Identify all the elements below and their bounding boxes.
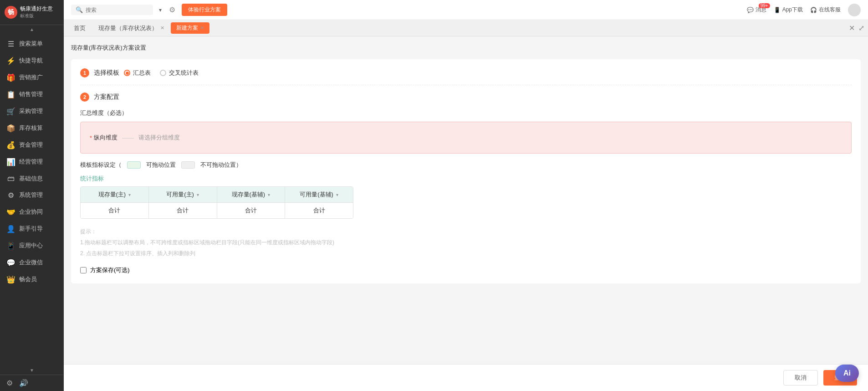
nav-icon-quick-nav: ⚡ — [6, 57, 15, 65]
tab-inventory-label: 现存量（库存状况表） — [98, 24, 158, 32]
stats-row-col-1: 合计 — [149, 203, 217, 218]
stats-table-header: 现存量(主)▾可用量(主)▾现存量(基辅)▾可用量(基辅)▾ — [81, 187, 353, 202]
nav-label-finance: 资金管理 — [19, 141, 43, 149]
stats-header-col-0[interactable]: 现存量(主)▾ — [81, 187, 149, 202]
messages-badge[interactable]: 💬 消息 99+ — [747, 6, 766, 14]
radio-cross[interactable]: 交叉统计表 — [160, 69, 199, 77]
app-download-badge[interactable]: 📱 App下载 — [774, 6, 803, 14]
nav-icon-basic-info: 🗃 — [6, 175, 15, 183]
content-area: 现存量(库存状况表)方案设置 1 选择模板 汇总表交叉统计表 2 方案配置 汇总… — [64, 36, 868, 364]
nav-icon-newbie: 👤 — [6, 225, 15, 233]
tab-home[interactable]: 首页 — [67, 21, 92, 35]
nav-label-marketing: 营销推广 — [19, 73, 43, 82]
tab-inventory-status[interactable]: 现存量（库存状况表） ✕ — [92, 21, 171, 35]
radio-summary[interactable]: 汇总表 — [124, 69, 151, 77]
search-input[interactable] — [86, 7, 148, 13]
sidebar-item-inventory[interactable]: 📦库存核算 — [0, 120, 64, 137]
save-label: 方案保存(可选) — [90, 266, 130, 274]
volume-icon[interactable]: 🔊 — [19, 379, 28, 387]
tip-0: 1.拖动标题栏可以调整布局，不可跨维度或指标区域拖动栏目字段(只能在同一维度或指… — [80, 237, 852, 248]
nav-label-basic-info: 基础信息 — [19, 175, 43, 183]
sidebar-item-basic-info[interactable]: 🗃基础信息 — [0, 170, 64, 187]
stats-row-col-0: 合计 — [81, 203, 149, 218]
sidebar-item-wechat[interactable]: 💬企业微信 — [0, 254, 64, 271]
sidebar-item-purchase[interactable]: 🛒采购管理 — [0, 103, 64, 120]
online-service-badge[interactable]: 🎧 在线客服 — [810, 6, 841, 14]
topbar-right: 💬 消息 99+ 📱 App下载 🎧 在线客服 — [747, 4, 861, 16]
sidebar-item-newbie[interactable]: 👤新手引导 — [0, 221, 64, 237]
topbar: 🔍 ▾ ⚙ 体验行业方案 💬 消息 99+ 📱 App下载 🎧 在线客服 — [64, 0, 868, 20]
topbar-search-box[interactable]: 🔍 — [71, 5, 153, 15]
sidebar-item-cooperation[interactable]: 🤝企业协同 — [0, 204, 64, 221]
sidebar-item-finance[interactable]: 💰资金管理 — [0, 137, 64, 154]
sidebar-item-marketing[interactable]: 🎁营销推广 — [0, 69, 64, 86]
nav-icon-purchase: 🛒 — [6, 107, 15, 116]
sidebar-scroll-down[interactable]: ▼ — [0, 366, 64, 375]
stats-table: 现存量(主)▾可用量(主)▾现存量(基辅)▾可用量(基辅)▾ 合计合计合计合计 — [80, 186, 353, 219]
stats-row-col-3: 合计 — [285, 203, 353, 218]
user-avatar[interactable] — [848, 4, 861, 16]
sidebar-item-quick-nav[interactable]: ⚡快捷导航 — [0, 52, 64, 69]
tips-title: 提示： — [80, 226, 852, 237]
gear-icon[interactable]: ⚙ — [169, 5, 175, 14]
sidebar-item-app-center[interactable]: 📱应用中心 — [0, 237, 64, 254]
nav-icon-search-menu: ☰ — [6, 40, 15, 48]
section1-header: 1 选择模板 汇总表交叉统计表 — [80, 68, 852, 77]
nav-icon-sales: 📋 — [6, 90, 15, 99]
section2-header: 2 方案配置 — [80, 93, 852, 102]
settings-icon[interactable]: ⚙ — [6, 379, 13, 387]
tab-inventory-close-icon[interactable]: ✕ — [160, 25, 164, 31]
topbar-dropdown[interactable]: ▾ — [158, 7, 162, 13]
settings-card: 1 选择模板 汇总表交叉统计表 2 方案配置 汇总维度（必选） * 纵向维度 —… — [71, 59, 861, 283]
main-area: 🔍 ▾ ⚙ 体验行业方案 💬 消息 99+ 📱 App下载 🎧 在线客服 — [64, 0, 868, 391]
nav-label-sales: 销售管理 — [19, 90, 43, 98]
radio-circle-cross — [160, 70, 166, 76]
cancel-button[interactable]: 取消 — [783, 370, 818, 386]
radio-label-cross: 交叉统计表 — [169, 69, 199, 77]
expand-btn[interactable]: ⤢ — [858, 24, 864, 32]
section2-num: 2 — [80, 93, 89, 102]
fixed-indicator — [181, 161, 195, 169]
stats-header-col-1[interactable]: 可用量(主)▾ — [149, 187, 217, 202]
nav-label-search-menu: 搜索菜单 — [19, 40, 43, 48]
nav-label-member: 畅会员 — [19, 275, 37, 283]
nav-icon-cooperation: 🤝 — [6, 208, 15, 216]
headset-icon: 🎧 — [810, 7, 817, 13]
section2-title: 方案配置 — [94, 93, 119, 101]
indicator-label: 模板指标设定（ — [80, 161, 122, 169]
tab-bar: 首页 现存量（库存状况表） ✕ 新建方案 ✕ ✕ ⤢ — [64, 20, 868, 36]
col-arrow-3[interactable]: ▾ — [336, 192, 338, 197]
nav-label-inventory: 库存核算 — [19, 124, 43, 132]
save-checkbox[interactable] — [80, 267, 87, 273]
dimension-area[interactable]: * 纵向维度 —— 请选择分组维度 — [80, 122, 852, 154]
col-arrow-1[interactable]: ▾ — [197, 192, 199, 197]
ai-button[interactable]: Ai — [835, 365, 859, 382]
nav-icon-marketing: 🎁 — [6, 73, 15, 82]
sidebar-scroll-up[interactable]: ▲ — [0, 25, 64, 34]
sidebar-item-system[interactable]: ⚙系统管理 — [0, 187, 64, 204]
online-service-label: 在线客服 — [819, 6, 841, 14]
sidebar-item-search-menu[interactable]: ☰搜索菜单 — [0, 36, 64, 52]
messages-count: 99+ — [759, 3, 770, 8]
indicator-row: 模板指标设定（ 可拖动位置 不可拖动位置） — [80, 161, 852, 169]
close-btn[interactable]: ✕ — [849, 24, 855, 32]
sidebar-item-sales[interactable]: 📋销售管理 — [0, 86, 64, 103]
app-logo-icon: 畅 — [5, 6, 17, 19]
col-arrow-2[interactable]: ▾ — [268, 192, 270, 197]
stats-header-col-2[interactable]: 现存量(基辅)▾ — [217, 187, 286, 202]
sidebar-item-member[interactable]: 👑畅会员 — [0, 271, 64, 288]
stats-header-col-3[interactable]: 可用量(基辅)▾ — [285, 187, 353, 202]
tab-new-close-icon[interactable]: ✕ — [200, 25, 204, 31]
sidebar-item-operation[interactable]: 📊经营管理 — [0, 154, 64, 170]
nav-icon-finance: 💰 — [6, 141, 15, 149]
movable-label: 可拖动位置 — [146, 161, 176, 169]
nav-label-operation: 经营管理 — [19, 158, 43, 166]
page-title: 现存量(库存状况表)方案设置 — [71, 44, 861, 52]
radio-circle-summary — [124, 70, 130, 76]
nav-label-wechat: 企业微信 — [19, 258, 43, 267]
tab-new-plan[interactable]: 新建方案 ✕ — [171, 22, 209, 34]
template-radio-group: 汇总表交叉统计表 — [124, 69, 199, 77]
trial-btn[interactable]: 体验行业方案 — [182, 4, 227, 16]
col-arrow-0[interactable]: ▾ — [128, 192, 131, 197]
nav-label-newbie: 新手引导 — [19, 225, 43, 233]
